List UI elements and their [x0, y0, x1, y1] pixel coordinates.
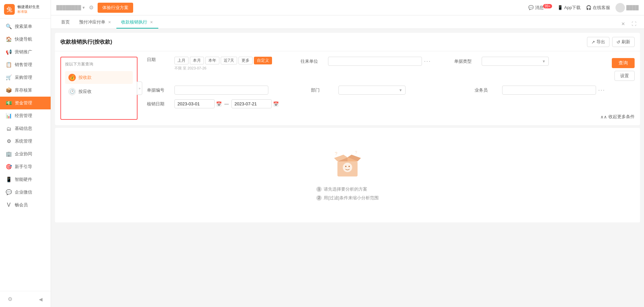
scheme-collapse-btn[interactable]: » — [137, 82, 142, 95]
date-btn-more[interactable]: 更多 — [238, 57, 253, 64]
refresh-btn[interactable]: ↺ 刷新 — [612, 37, 635, 47]
filter-panel: 按以下方案查询 💰 按收款 🕐 按应收 » — [55, 51, 640, 125]
filter-section-panel: 按以下方案查询 💰 按收款 🕐 按应收 » — [60, 57, 635, 120]
collapse-more-btn[interactable]: ∧∧ 收起更多条件 — [147, 111, 635, 120]
finance-icon: 💵 — [5, 100, 12, 106]
salesperson-input[interactable] — [502, 86, 596, 95]
sidebar-item-guide[interactable]: 🎯 新手引导 — [0, 160, 51, 173]
setting-btn[interactable]: 设置 — [614, 71, 635, 81]
tab-close-all-btn[interactable]: ✕ — [619, 19, 628, 29]
verify-date-end-calendar[interactable]: 📅 — [273, 101, 279, 107]
sidebar-item-basic-info[interactable]: 🗂 基础信息 — [0, 122, 51, 135]
salesperson-dots[interactable]: ··· — [598, 87, 605, 94]
vip-icon: V — [5, 202, 12, 208]
app-download-btn[interactable]: 📱 App下载 — [557, 5, 581, 11]
sidebar-item-vip[interactable]: V 畅会员 — [0, 199, 51, 211]
counterpart-field: ··· — [328, 57, 450, 66]
dept-row: 部门 ▾ — [311, 86, 471, 95]
svg-text:?: ? — [355, 150, 357, 155]
sidebar-collapse-btn[interactable]: ◀ — [36, 295, 45, 304]
tip-num-1: 1 — [316, 187, 322, 192]
tab-receipt-writeoff-close[interactable]: ✕ — [149, 19, 154, 25]
tab-prepay[interactable]: 预付冲应付单 ✕ — [74, 16, 116, 29]
online-service-btn[interactable]: 🎧 在线客服 — [586, 5, 610, 11]
date-btn-this-month[interactable]: 本月 — [190, 57, 204, 64]
refresh-label: 刷新 — [622, 39, 630, 45]
empty-state: ? ? 1 请先选择要分析的方案 2 用[过滤]条件来缩小分析范围 — [55, 128, 640, 222]
enterprise-icon: 🏢 — [5, 151, 12, 157]
date-btn-7days[interactable]: 近7天 — [221, 57, 237, 64]
sidebar-item-system[interactable]: ⚙ 系统管理 — [0, 135, 51, 148]
doc-no-input[interactable] — [174, 86, 268, 95]
sidebar-item-inventory[interactable]: 📦 库存核算 — [0, 84, 51, 97]
dept-select[interactable]: ▾ — [338, 86, 406, 95]
query-btn[interactable]: 查询 — [612, 58, 635, 68]
marketing-icon: 📢 — [5, 49, 12, 55]
date-row: 日期 上月 本月 本年 近7天 更多 自定义 — [147, 57, 297, 71]
svg-point-5 — [343, 163, 352, 172]
doc-type-row: 单据类型 ▾ — [454, 57, 604, 66]
industry-btn[interactable]: 体验行业方案 — [98, 3, 133, 13]
basic-info-icon: 🗂 — [5, 126, 12, 132]
app-logo-icon: 兔 — [4, 4, 15, 15]
online-service-label: 在线客服 — [593, 5, 610, 11]
app-name-block: 畅捷通好生意 标准版 — [17, 4, 40, 14]
tab-prepay-label: 预付冲应付单 — [79, 19, 105, 25]
inventory-icon: 📦 — [5, 87, 12, 93]
tip-text-1: 请先选择要分析的方案 — [324, 185, 367, 194]
tip-num-2: 2 — [316, 195, 322, 201]
date-btn-last-month[interactable]: 上月 — [174, 57, 189, 64]
home-icon: 🏠 — [5, 36, 12, 42]
sidebar-item-operations[interactable]: 📊 经营管理 — [0, 109, 51, 122]
brand-name: ████████ — [56, 5, 81, 10]
sidebar-item-search[interactable]: 🔍 搜索菜单 — [0, 20, 51, 33]
date-dash: — — [224, 101, 229, 106]
sales-icon: 📋 — [5, 62, 12, 68]
message-btn[interactable]: 💬 消息 99+ — [528, 5, 552, 11]
user-area[interactable]: ████ — [615, 3, 639, 12]
sidebar-item-sales[interactable]: 📋 销售管理 — [0, 58, 51, 71]
receipt-icon: 💰 — [68, 74, 76, 81]
svg-text:?: ? — [335, 151, 337, 156]
date-shortcuts: 上月 本月 本年 近7天 更多 自定义 — [174, 57, 272, 64]
tab-maximize-btn[interactable]: ⛶ — [629, 19, 639, 29]
sidebar-settings-btn[interactable]: ⚙ — [5, 295, 15, 304]
date-btn-this-year[interactable]: 本年 — [205, 57, 219, 64]
tab-home[interactable]: 首页 — [56, 16, 74, 29]
operations-icon: 📊 — [5, 113, 12, 119]
settings-btn[interactable]: ⚙ — [89, 4, 94, 11]
app-name: 畅捷通好生意 — [17, 4, 40, 9]
sidebar-item-wechat[interactable]: 💬 企业微信 — [0, 186, 51, 199]
sidebar-label-hardware: 智能硬件 — [15, 176, 32, 183]
receivable-icon: 🕐 — [68, 88, 76, 95]
system-icon: ⚙ — [5, 138, 12, 144]
sidebar-footer: ⚙ ◀ — [0, 291, 51, 307]
tab-home-label: 首页 — [61, 19, 70, 25]
verify-date-end-input[interactable] — [231, 99, 272, 108]
sidebar-item-finance[interactable]: 💵 资金管理 — [0, 97, 51, 109]
tab-prepay-close[interactable]: ✕ — [107, 19, 112, 25]
sidebar: 兔 畅捷通好生意 标准版 🔍 搜索菜单 🏠 快捷导航 📢 营销推广 📋 销售管理… — [0, 0, 51, 307]
tab-receipt-writeoff[interactable]: 收款核销执行 ✕ — [116, 16, 158, 29]
sidebar-label-basic-info: 基础信息 — [15, 125, 32, 132]
salesperson-label: 业务员 — [475, 87, 498, 93]
counterpart-input[interactable] — [328, 57, 422, 66]
verify-date-start-calendar[interactable]: 📅 — [216, 101, 222, 107]
sidebar-item-marketing[interactable]: 📢 营销推广 — [0, 46, 51, 58]
sidebar-item-purchase[interactable]: 🛒 采购管理 — [0, 71, 51, 84]
filter-by-receivable-label: 按应收 — [78, 89, 92, 95]
counterpart-dots[interactable]: ··· — [424, 58, 431, 65]
export-btn[interactable]: ↗ 导出 — [587, 37, 609, 47]
sidebar-item-hardware[interactable]: 📱 智能硬件 — [0, 173, 51, 186]
filter-by-receivable[interactable]: 🕐 按应收 — [65, 85, 133, 98]
date-btn-custom[interactable]: 自定义 — [254, 57, 272, 64]
dropdown-icon[interactable]: ▾ — [83, 5, 85, 10]
sidebar-item-enterprise[interactable]: 🏢 企业协同 — [0, 148, 51, 160]
verify-date-start-input[interactable] — [174, 99, 215, 108]
filter-by-receipt[interactable]: 💰 按收款 — [65, 71, 133, 84]
sidebar-item-quick-nav[interactable]: 🏠 快捷导航 — [0, 33, 51, 46]
doc-type-label: 单据类型 — [454, 58, 478, 64]
filter-scheme-selector: 按以下方案查询 💰 按收款 🕐 按应收 » — [60, 57, 138, 120]
doc-type-select[interactable]: ▾ — [482, 57, 549, 66]
dept-label: 部门 — [311, 87, 334, 93]
